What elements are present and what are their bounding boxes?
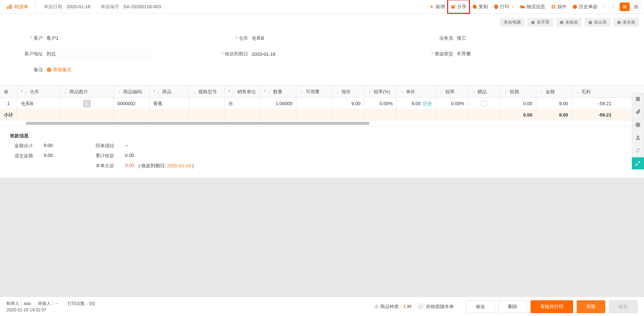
col-unit[interactable]: 销售单位 [225, 86, 261, 98]
follow-price[interactable]: 价格跟随本单 [418, 303, 454, 310]
col-image[interactable]: 商品图片 [60, 86, 114, 98]
col-qty[interactable]: 数量 [261, 86, 296, 98]
dock-user[interactable] [632, 132, 644, 144]
svg-rect-12 [554, 5, 555, 6]
approve-print-button[interactable]: 审核并打印 [531, 300, 573, 313]
cell-idx: 1 [0, 98, 17, 109]
cell-tax-amount[interactable]: 0.00 [500, 98, 536, 109]
expand-icon [635, 161, 641, 166]
col-price[interactable]: 单价 [397, 86, 436, 98]
svg-rect-7 [495, 7, 497, 9]
main-panel: 来自电脑 未开票 未收款 未出库 未生效 客户客户1 客户地址刘总 备注 添加备… [0, 14, 644, 178]
plus-circle-icon [47, 67, 52, 72]
status-unpaid[interactable]: 未收款 [556, 18, 582, 27]
table-scrollbar[interactable] [0, 121, 644, 126]
card-view-button[interactable] [631, 3, 641, 11]
sales-label: 业务员 [425, 35, 457, 41]
footer-timestamp: 2020-01-16 14:32:07 [6, 307, 96, 312]
customer-value[interactable]: 客户1 [47, 35, 58, 41]
price-history-link[interactable]: 历史 [423, 100, 432, 107]
status-unshipped[interactable]: 未出库 [585, 18, 610, 27]
col-warehouse[interactable]: 仓库 [17, 86, 60, 98]
ops-button[interactable]: 操作 [548, 0, 570, 13]
col-avail[interactable]: 可用量 [296, 86, 332, 98]
cell-warehouse[interactable]: 仓库B [17, 98, 60, 109]
col-quote[interactable]: 报价 [332, 86, 364, 98]
doc-no-label: 单据编号 [101, 4, 119, 10]
share-button[interactable]: 分享 [448, 0, 469, 13]
svg-point-23 [560, 21, 563, 24]
paydue-value[interactable]: 2020-01-16 [252, 51, 276, 57]
cell-gift[interactable] [468, 98, 500, 109]
warehouse-value[interactable]: 仓库B [252, 35, 264, 41]
table-subtotal-row: 小计 0.00 9.00 -59.21 [0, 109, 644, 121]
dock-expand[interactable] [632, 157, 644, 169]
creator-label: 制单人： [6, 301, 24, 306]
doc-date: 2020-01-16 [67, 4, 91, 9]
table-row[interactable]: 1 仓库B b 0000002 香蕉 台 1.00000 9.00 0.00% … [0, 98, 644, 109]
new-button[interactable]: 新增 [426, 0, 448, 13]
cell-discount-rate[interactable]: 0.00% [364, 98, 397, 109]
status-ineffective[interactable]: 未生效 [613, 18, 639, 27]
remark-label: 备注 [14, 66, 47, 73]
add-remark-button[interactable]: 添加备注 [47, 66, 72, 73]
col-spec[interactable]: 规格型号 [189, 86, 225, 98]
cell-price[interactable]: 9.00历史 [397, 98, 436, 109]
svg-rect-20 [636, 5, 638, 6]
cell-tax-rate[interactable]: 0.00% [436, 98, 468, 109]
grid-icon [551, 4, 556, 9]
svg-rect-21 [636, 7, 638, 8]
col-tax-amount[interactable]: 税额 [500, 86, 536, 98]
cell-profit[interactable]: -59.21 [572, 98, 615, 109]
col-code[interactable]: 商品编码 [114, 86, 150, 98]
approver-label: 审核人： [38, 301, 55, 306]
scrollbar-thumb[interactable] [26, 122, 369, 125]
cell-quote[interactable]: 9.00 [332, 98, 364, 109]
cell-amount[interactable]: 9.00 [536, 98, 572, 109]
col-amount[interactable]: 金额 [536, 86, 572, 98]
page-tab[interactable]: 销货单 [0, 0, 35, 13]
follow-checkbox[interactable] [418, 304, 423, 309]
svg-rect-19 [634, 5, 636, 8]
col-product[interactable]: 商品 [150, 86, 189, 98]
cell-qty[interactable]: 1.00000 [261, 98, 296, 109]
col-discount-rate[interactable]: 税率(%) [364, 86, 397, 98]
status-uninvoiced[interactable]: 未开票 [527, 18, 553, 27]
dock-transfer[interactable] [632, 144, 644, 157]
invoice-value[interactable]: 不开票 [457, 51, 471, 57]
prev-doc-button[interactable] [600, 3, 609, 11]
table-settings[interactable] [0, 86, 17, 98]
gift-checkbox[interactable] [481, 101, 487, 107]
history-button[interactable]: 历史单据 [570, 0, 600, 13]
status-source: 来自电脑 [500, 18, 524, 27]
svg-rect-0 [7, 7, 8, 9]
subtotal-profit: -59.21 [572, 109, 615, 120]
info-icon [531, 20, 535, 25]
col-gift[interactable]: 赠品 [468, 86, 500, 98]
col-profit[interactable]: 毛利 [572, 86, 615, 98]
approver-value: -- [55, 301, 58, 306]
list-view-button[interactable] [620, 3, 630, 11]
edit-button[interactable]: 修改 [466, 300, 495, 313]
dock-note[interactable] [632, 93, 644, 105]
subtotal-amount: 9.00 [536, 109, 572, 120]
next-doc-button[interactable] [609, 3, 618, 11]
delete-button[interactable]: 删除 [498, 300, 527, 313]
sales-value[interactable]: 张三 [457, 35, 466, 41]
dock-attach[interactable] [632, 106, 644, 118]
table-header: 仓库 商品图片 商品编码 商品 规格型号 销售单位 数量 可用量 报价 税率(%… [0, 86, 644, 98]
cell-code[interactable]: 0000002 [114, 98, 150, 109]
logistics-button[interactable]: 物流信息 [517, 0, 548, 13]
cell-unit[interactable]: 台 [225, 98, 261, 109]
address-value[interactable]: 刘总 [47, 51, 56, 57]
dock-time[interactable] [632, 119, 644, 131]
cell-avail[interactable] [296, 98, 332, 109]
cell-image[interactable]: b [60, 98, 114, 109]
print-button[interactable]: 打印 [491, 0, 517, 13]
approve-button[interactable]: 审核 [577, 300, 605, 313]
address-blank[interactable] [57, 49, 150, 59]
cell-spec[interactable] [189, 98, 225, 109]
cell-product[interactable]: 香蕉 [150, 98, 189, 109]
col-tax-rate[interactable]: 税率 [436, 86, 468, 98]
copy-button[interactable]: 复制 [469, 0, 491, 13]
